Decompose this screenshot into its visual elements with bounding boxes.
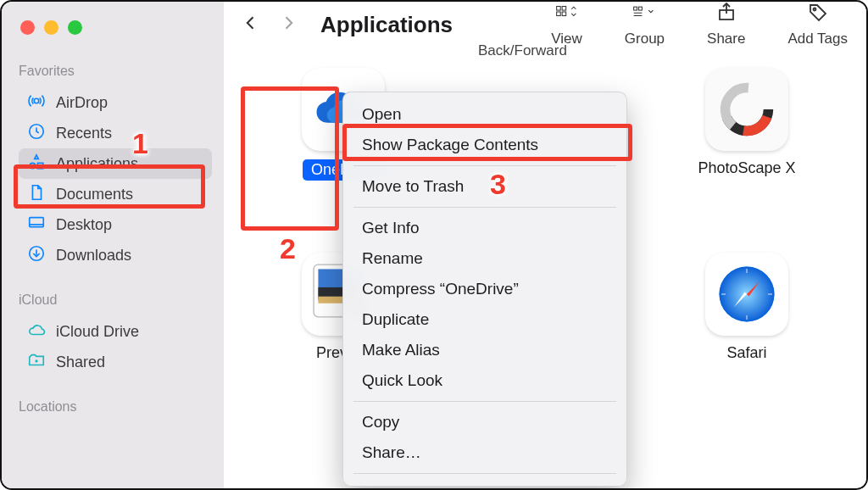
sidebar-item-label: Documents xyxy=(56,186,133,203)
app-safari[interactable]: Safari xyxy=(687,253,806,362)
sidebar-item-airdrop[interactable]: AirDrop xyxy=(19,87,212,118)
document-icon xyxy=(27,183,46,206)
sidebar-item-label: iCloud Drive xyxy=(56,323,139,341)
sidebar-item-documents[interactable]: Documents xyxy=(19,179,212,209)
sidebar-section-locations: Locations xyxy=(19,399,212,415)
ctx-copy[interactable]: Copy xyxy=(343,407,626,437)
svg-rect-10 xyxy=(562,12,566,16)
back-icon[interactable] xyxy=(242,12,259,37)
share-button[interactable]: Share xyxy=(707,2,745,47)
sidebar-item-label: Desktop xyxy=(56,216,112,234)
ctx-quick-look[interactable]: Quick Look xyxy=(343,365,626,396)
photoscape-icon xyxy=(705,68,788,151)
sidebar-item-label: AirDrop xyxy=(56,94,108,112)
svg-point-6 xyxy=(35,359,37,362)
downloads-icon xyxy=(27,244,46,267)
window-title: Applications xyxy=(320,12,453,38)
sidebar-section-icloud: iCloud xyxy=(19,292,212,308)
sidebar-item-label: Applications xyxy=(56,155,138,173)
sidebar-item-recents[interactable]: Recents xyxy=(19,118,212,148)
ctx-compress[interactable]: Compress “OneDrive” xyxy=(343,274,626,304)
group-icon xyxy=(633,2,655,22)
window-controls xyxy=(20,20,212,35)
clock-icon xyxy=(27,122,46,145)
ctx-share[interactable]: Share… xyxy=(343,437,626,468)
tags-button[interactable]: Add Tags xyxy=(787,2,848,47)
sidebar-section-favorites: Favorites xyxy=(19,64,212,79)
ctx-show-package[interactable]: Show Package Contents xyxy=(343,130,626,160)
group-button[interactable]: Group xyxy=(625,2,665,47)
ctx-make-alias[interactable]: Make Alias xyxy=(343,335,626,365)
applications-icon xyxy=(27,153,46,175)
sidebar-locations-group: Locations xyxy=(19,394,212,423)
app-label: PhotoScape X xyxy=(698,159,795,177)
svg-rect-3 xyxy=(37,163,42,168)
ctx-open[interactable]: Open xyxy=(343,99,626,130)
sidebar-item-label: Recents xyxy=(56,125,112,142)
sidebar-item-applications[interactable]: Applications xyxy=(19,148,212,179)
desktop-icon xyxy=(27,214,46,237)
svg-rect-7 xyxy=(556,7,560,11)
sidebar-item-label: Downloads xyxy=(56,247,131,264)
ctx-get-info[interactable]: Get Info xyxy=(343,213,626,243)
minimize-icon[interactable] xyxy=(44,20,58,35)
ctx-rename[interactable]: Rename xyxy=(343,243,626,274)
svg-rect-9 xyxy=(556,12,560,16)
sidebar-favorites-group: Favorites AirDrop Recents Applications xyxy=(19,58,212,270)
sidebar-item-desktop[interactable]: Desktop xyxy=(19,209,212,240)
maximize-icon[interactable] xyxy=(68,20,82,35)
sidebar-icloud-group: iCloud iCloud Drive Shared xyxy=(19,287,212,377)
sidebar-item-iclouddrive[interactable]: iCloud Drive xyxy=(19,316,212,347)
svg-rect-8 xyxy=(562,7,566,11)
svg-rect-12 xyxy=(639,7,643,10)
airdrop-icon xyxy=(27,92,46,114)
svg-rect-11 xyxy=(634,7,637,10)
share-icon xyxy=(715,2,737,22)
cloud-icon xyxy=(27,320,46,343)
sidebar-item-downloads[interactable]: Downloads xyxy=(19,240,212,270)
svg-point-14 xyxy=(813,8,815,11)
ctx-move-to-trash[interactable]: Move to Trash xyxy=(343,171,626,202)
sidebar-item-shared[interactable]: Shared xyxy=(19,347,212,377)
ctx-duplicate[interactable]: Duplicate xyxy=(343,304,626,335)
view-switcher[interactable]: View xyxy=(551,2,582,47)
safari-icon xyxy=(705,253,788,336)
context-menu: Open Show Package Contents Move to Trash… xyxy=(342,92,627,487)
close-icon[interactable] xyxy=(20,20,35,35)
svg-point-2 xyxy=(30,163,35,168)
grid-icon xyxy=(556,2,578,22)
app-label: Safari xyxy=(726,344,766,362)
sidebar: Favorites AirDrop Recents Applications xyxy=(2,2,224,488)
nav-back-forward[interactable] xyxy=(242,12,297,37)
tag-icon xyxy=(807,2,829,22)
forward-icon[interactable] xyxy=(280,12,297,37)
svg-rect-4 xyxy=(30,217,44,226)
toolbar: Applications View Group xyxy=(224,2,866,47)
sidebar-item-label: Shared xyxy=(56,354,105,371)
app-photoscapex[interactable]: PhotoScape X xyxy=(687,68,806,177)
svg-point-0 xyxy=(34,98,39,103)
shared-folder-icon xyxy=(27,351,46,374)
